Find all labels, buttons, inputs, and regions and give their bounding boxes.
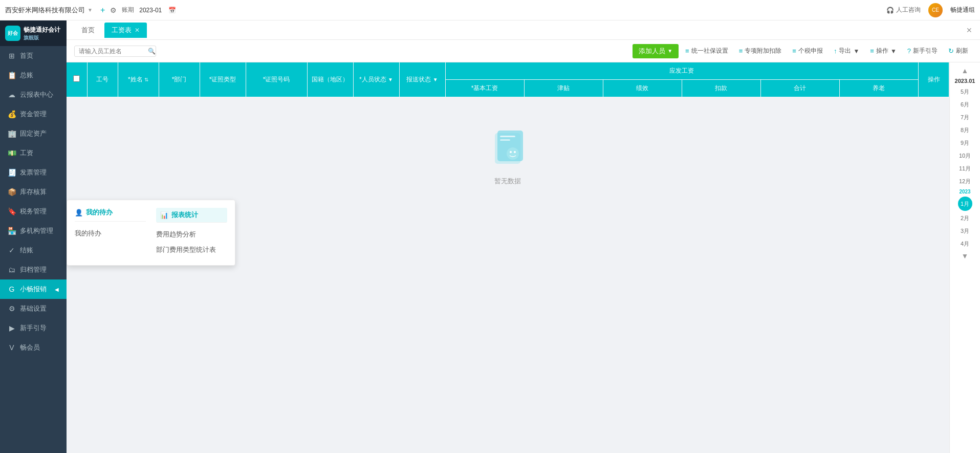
timeline-month-5[interactable]: 5月 (950, 85, 980, 98)
refresh-button[interactable]: ↻ 刷新 (944, 45, 972, 57)
sidebar-item-xiaochang[interactable]: G 小畅报销 ◀ (0, 279, 67, 299)
logo-icon: 好会 (5, 26, 20, 41)
th-num: 工号 (87, 62, 118, 97)
sidebar-item-guide[interactable]: ▶ 新手引导 (0, 318, 67, 338)
timeline-header: 2023.01 (955, 76, 975, 85)
sidebar-label-member: 畅会员 (20, 343, 40, 352)
export-button[interactable]: ↑ 导出 ▼ (830, 45, 863, 57)
deduct-button[interactable]: ≡ 专项附加扣除 (735, 45, 786, 57)
sidebar-item-multi[interactable]: 🏪 多机构管理 (0, 221, 67, 241)
timeline-month-10[interactable]: 10月 (950, 149, 980, 162)
ledger-icon: 📋 (8, 71, 16, 79)
svg-point-5 (510, 151, 512, 153)
tab-home[interactable]: 首页 (74, 23, 102, 38)
header-add-button[interactable]: + (100, 6, 105, 15)
th-name: *姓名 ⇅ (118, 62, 159, 97)
svg-point-4 (507, 147, 519, 160)
add-person-button[interactable]: 添加人员 ▼ (633, 44, 679, 58)
timeline-month-3[interactable]: 3月 (950, 225, 980, 238)
sidebar-item-member[interactable]: V 畅会员 (0, 338, 67, 357)
sidebar: 好会 畅捷通好会计 旗舰版 ⊞ 首页 📋 总账 ☁ 云报表中心 💰 资金管理 🏢… (0, 20, 67, 453)
select-all-checkbox[interactable] (73, 75, 80, 82)
timeline-up-nav[interactable]: ▲ (960, 65, 970, 76)
timeline-month-6[interactable]: 6月 (950, 98, 980, 111)
social-icon: ≡ (685, 47, 689, 55)
sidebar-item-ledger[interactable]: 📋 总账 (0, 66, 67, 85)
timeline-month-4[interactable]: 4月 (950, 238, 980, 250)
timeline-down-nav[interactable]: ▼ (960, 250, 970, 262)
th-pension: 养老 (839, 80, 918, 97)
timeline-month-1-current[interactable]: 1月 (958, 197, 972, 211)
th-performance: 绩效 (603, 80, 682, 97)
search-wrapper: 🔍 (74, 46, 156, 57)
svg-rect-2 (500, 136, 515, 137)
th-report: 报送状态 ▼ (399, 62, 445, 97)
name-sort-icon[interactable]: ⇅ (144, 77, 148, 82)
tab-salary-table[interactable]: 工资表 ✕ (104, 23, 147, 38)
social-settings-button[interactable]: ≡ 统一社保设置 (681, 45, 732, 57)
svg-point-6 (514, 151, 516, 153)
sidebar-label-assets: 固定资产 (20, 129, 47, 138)
company-name[interactable]: 西安虾米网络科技有限公司 ▼ (5, 6, 93, 15)
sidebar-item-salary[interactable]: 💵 工资 (0, 143, 67, 163)
popup-col-todo: 👤 我的待办 我的待办 (75, 208, 146, 257)
sidebar-label-home: 首页 (20, 51, 33, 60)
sidebar-item-assets[interactable]: 🏢 固定资产 (0, 124, 67, 143)
sidebar-item-finance[interactable]: 💰 资金管理 (0, 104, 67, 124)
user-name[interactable]: 畅捷通组 (950, 6, 975, 14)
close-acc-icon: ✓ (8, 246, 16, 254)
guide-button[interactable]: ? 新手引导 (903, 45, 942, 57)
sidebar-item-archive[interactable]: 🗂 归档管理 (0, 260, 67, 279)
sidebar-label-invoice: 发票管理 (20, 168, 47, 177)
th-total: 合计 (760, 80, 839, 97)
salary-icon: 💵 (8, 149, 16, 157)
empty-state-cell: 暂无数据 (67, 97, 949, 217)
salary-table: 工号 *姓名 ⇅ *部门 *证照类型 *证照号码 国籍（地区） *人员状态 (67, 62, 949, 217)
company-dropdown-arrow: ▼ (88, 7, 93, 13)
assets-icon: 🏢 (8, 130, 16, 138)
tax-report-button[interactable]: ≡ 个税申报 (788, 45, 827, 57)
timeline-month-8[interactable]: 8月 (950, 124, 980, 137)
search-input[interactable] (79, 48, 145, 55)
sidebar-label-cloud: 云报表中心 (20, 90, 53, 99)
member-icon: V (8, 343, 16, 352)
guide-icon: ▶ (8, 324, 16, 332)
tab-salary-label: 工资表 (112, 26, 132, 35)
action-dropdown-icon: ▼ (890, 48, 897, 55)
th-status: *人员状态 ▼ (353, 62, 399, 97)
refresh-icon: ↻ (948, 47, 954, 55)
timeline-month-9[interactable]: 9月 (950, 137, 980, 149)
sidebar-item-tax[interactable]: 🔖 税务管理 (0, 202, 67, 221)
deduct-icon: ≡ (739, 47, 743, 55)
close-all-tabs-button[interactable]: ✕ (966, 26, 972, 34)
inventory-icon: 📦 (8, 188, 16, 196)
popup-todo-item[interactable]: 我的待办 (75, 226, 146, 241)
tab-close-icon[interactable]: ✕ (135, 27, 140, 34)
sidebar-item-inventory[interactable]: 📦 库存核算 (0, 182, 67, 202)
timeline-month-12[interactable]: 12月 (950, 175, 980, 188)
popup-menu: 👤 我的待办 我的待办 📊 报表统计 费用趋势分析 部门费用类型统计表 (67, 200, 235, 266)
sidebar-expand-icon: ◀ (55, 287, 59, 292)
header-settings-icon[interactable]: ⚙ (110, 6, 117, 14)
timeline-month-11[interactable]: 11月 (950, 162, 980, 175)
popup-dept-expense-item[interactable]: 部门费用类型统计表 (156, 242, 227, 257)
sidebar-item-close[interactable]: ✓ 结账 (0, 241, 67, 260)
sidebar-item-invoice[interactable]: 🧾 发票管理 (0, 163, 67, 182)
sidebar-item-home[interactable]: ⊞ 首页 (0, 46, 67, 66)
timeline-month-2[interactable]: 2月 (950, 212, 980, 225)
search-icon[interactable]: 🔍 (148, 48, 156, 55)
period-label: 账期 (122, 6, 134, 14)
popup-todo-title: 我的待办 (86, 208, 113, 217)
sidebar-item-basic[interactable]: ⚙ 基础设置 (0, 299, 67, 318)
support-button[interactable]: 🎧 人工咨询 (886, 6, 921, 14)
status-filter-icon[interactable]: ▼ (388, 77, 393, 82)
report-filter-icon[interactable]: ▼ (433, 77, 438, 82)
invoice-icon: 🧾 (8, 168, 16, 177)
timeline-month-7[interactable]: 7月 (950, 111, 980, 124)
sidebar-item-cloud[interactable]: ☁ 云报表中心 (0, 85, 67, 104)
period-calendar-icon[interactable]: 📅 (168, 7, 176, 14)
finance-icon: 💰 (8, 110, 16, 118)
popup-expense-trend-item[interactable]: 费用趋势分析 (156, 227, 227, 242)
action-button[interactable]: ≡ 操作 ▼ (866, 45, 900, 57)
dropdown-arrow-icon: ▼ (667, 48, 672, 54)
